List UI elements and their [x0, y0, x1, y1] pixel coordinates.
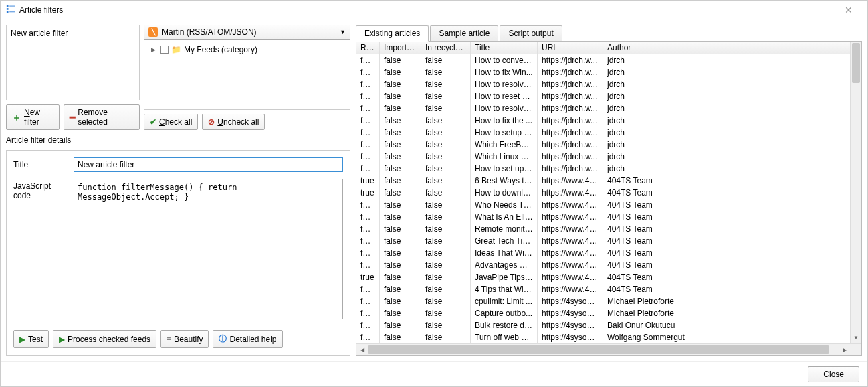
table-row[interactable]: truefalsefalseHow to downlo...https://ww…	[356, 187, 861, 199]
table-row[interactable]: falsefalsefalseHow to reset a ...https:/…	[356, 90, 861, 102]
info-icon: ⓘ	[219, 333, 227, 345]
window: Article filters ✕ New article filter ＋Ne…	[0, 0, 868, 387]
scroll-thumb[interactable]	[368, 345, 829, 354]
test-button[interactable]: ▶Test	[13, 330, 49, 348]
detailed-help-button[interactable]: ⓘDetailed help	[213, 330, 282, 348]
table-row[interactable]: falsefalsefalseHow to resolve ...https:/…	[356, 78, 861, 90]
table-row[interactable]: falsefalsefalseGreat Tech Tips ...https:…	[356, 235, 861, 247]
table-row[interactable]: falsefalsefalseWho Needs Tra...https://w…	[356, 199, 861, 211]
table-row[interactable]: falsefalsefalseAdvantages Of ...https://…	[356, 259, 861, 271]
filter-list-item[interactable]: New article filter	[11, 28, 135, 39]
table-row[interactable]: falsefalsefalseWhat Is An Ellu...https:/…	[356, 211, 861, 223]
details-label: Article filter details	[6, 135, 350, 145]
scroll-thumb[interactable]	[852, 43, 860, 83]
minus-icon: ━	[70, 114, 75, 121]
tab-output[interactable]: Script output	[500, 25, 562, 42]
scroll-left-icon[interactable]: ◀	[356, 344, 368, 355]
left-pane: New article filter ＋New filter ━Remove s…	[6, 25, 350, 356]
table-row[interactable]: truefalsefalseJavaPipe Tips: H...https:/…	[356, 271, 861, 283]
col-title[interactable]: Title	[471, 42, 538, 54]
details-panel: Title JavaScript code ▶Test ▶Process che…	[6, 150, 350, 356]
remove-selected-button[interactable]: ━Remove selected	[64, 104, 140, 130]
table-row[interactable]: falsefalsefalsecpulimit: Limit ...https:…	[356, 295, 861, 307]
svg-rect-1	[7, 8, 9, 10]
uncheck-all-button[interactable]: ⊘Uncheck all	[202, 114, 265, 130]
window-close-button[interactable]: ✕	[835, 5, 862, 15]
col-recycle[interactable]: In recycle bin	[421, 42, 471, 54]
table-row[interactable]: falsefalsefalseWhich FreeBSD ...https://…	[356, 139, 861, 151]
new-filter-button[interactable]: ＋New filter	[6, 104, 60, 130]
scroll-right-icon[interactable]: ▶	[839, 344, 850, 355]
code-textarea[interactable]	[74, 179, 343, 319]
article-grid: Read Important In recycle bin Title URL …	[356, 41, 862, 356]
content: New article filter ＋New filter ━Remove s…	[1, 19, 867, 361]
table-row[interactable]: falsefalsefalseTurn off web se...https:/…	[356, 331, 861, 343]
col-url[interactable]: URL	[538, 42, 603, 54]
beautify-button[interactable]: ≡Beautify	[160, 330, 209, 348]
scroll-down-icon[interactable]: ▼	[851, 332, 861, 343]
plus-icon: ＋	[12, 114, 21, 121]
lines-icon: ≡	[167, 335, 171, 344]
process-checked-button[interactable]: ▶Process checked feeds	[53, 330, 156, 348]
filter-list-panel: New article filter ＋New filter ━Remove s…	[6, 25, 140, 130]
tab-sample[interactable]: Sample article	[430, 25, 498, 42]
rss-icon: ╲	[148, 27, 158, 37]
svg-rect-3	[9, 6, 15, 7]
svg-rect-4	[9, 9, 15, 9]
table-row[interactable]: falsefalsefalseHow to fix the ...https:/…	[356, 114, 861, 127]
footer: Close	[1, 361, 867, 386]
table-row[interactable]: truefalsefalse6 Best Ways to ...https://…	[356, 175, 861, 187]
table-row[interactable]: falsefalsefalseWhich Linux dir...https:/…	[356, 151, 861, 163]
horizontal-scrollbar[interactable]: ◀ ▶	[356, 343, 861, 355]
code-label: JavaScript code	[13, 179, 67, 200]
feed-tree[interactable]: ▶ 📁 My Feeds (category)	[144, 40, 350, 110]
uncheck-icon: ⊘	[208, 117, 215, 127]
tree-expand-icon[interactable]: ▶	[151, 46, 158, 53]
check-all-button[interactable]: ✔Check all	[144, 114, 198, 130]
account-combo[interactable]: ╲ Martin (RSS/ATOM/JSON) ▼	[144, 25, 350, 40]
account-combo-label: Martin (RSS/ATOM/JSON)	[162, 27, 257, 37]
check-icon: ✔	[150, 117, 156, 127]
tab-existing[interactable]: Existing articles	[356, 25, 429, 42]
play-icon: ▶	[59, 335, 65, 344]
tree-checkbox[interactable]	[160, 46, 169, 54]
table-row[interactable]: falsefalsefalseHow to resolve ...https:/…	[356, 102, 861, 114]
table-row[interactable]: falsefalsefalseBulk restore del...https:…	[356, 319, 861, 331]
play-icon: ▶	[19, 335, 25, 344]
svg-rect-5	[9, 11, 15, 12]
tree-row[interactable]: ▶ 📁 My Feeds (category)	[148, 44, 346, 56]
col-important[interactable]: Important	[380, 42, 421, 54]
table-row[interactable]: falsefalsefalseRemote monito...https://w…	[356, 223, 861, 235]
vertical-scrollbar[interactable]: ▲ ▼	[850, 42, 861, 343]
chevron-down-icon: ▼	[340, 29, 346, 35]
filter-list[interactable]: New article filter	[6, 25, 140, 100]
folder-icon: 📁	[171, 45, 181, 54]
svg-rect-2	[7, 11, 9, 13]
table-row[interactable]: falsefalsefalseHow to convert...https://…	[356, 54, 861, 66]
title-label: Title	[13, 157, 67, 169]
table-row[interactable]: falsefalsefalseIdeas That Will ...https:…	[356, 247, 861, 259]
table-row[interactable]: falsefalsefalseCapture outbo...https://4…	[356, 307, 861, 319]
app-icon	[6, 4, 15, 15]
grid-header[interactable]: Read Important In recycle bin Title URL …	[356, 42, 861, 54]
col-read[interactable]: Read	[356, 42, 380, 54]
table-row[interactable]: falsefalsefalseHow to setup z...https://…	[356, 127, 861, 139]
feed-tree-panel: ╲ Martin (RSS/ATOM/JSON) ▼ ▶ 📁 My Feeds …	[144, 25, 350, 130]
titlebar: Article filters ✕	[1, 1, 867, 19]
col-author[interactable]: Author	[603, 42, 861, 54]
window-title: Article filters	[19, 5, 835, 15]
table-row[interactable]: falsefalsefalseHow to set up e...https:/…	[356, 163, 861, 175]
tree-label: My Feeds (category)	[184, 45, 257, 54]
right-pane: Existing articles Sample article Script …	[356, 25, 862, 356]
table-row[interactable]: falsefalsefalseHow to fix Win...https://…	[356, 66, 861, 78]
grid-body[interactable]: falsefalsefalseHow to convert...https://…	[356, 54, 861, 343]
tab-bar: Existing articles Sample article Script …	[356, 25, 862, 41]
close-button[interactable]: Close	[808, 366, 859, 382]
svg-rect-0	[7, 5, 9, 7]
table-row[interactable]: falsefalsefalse4 Tips that Will ...https…	[356, 283, 861, 295]
title-input[interactable]	[74, 157, 343, 172]
